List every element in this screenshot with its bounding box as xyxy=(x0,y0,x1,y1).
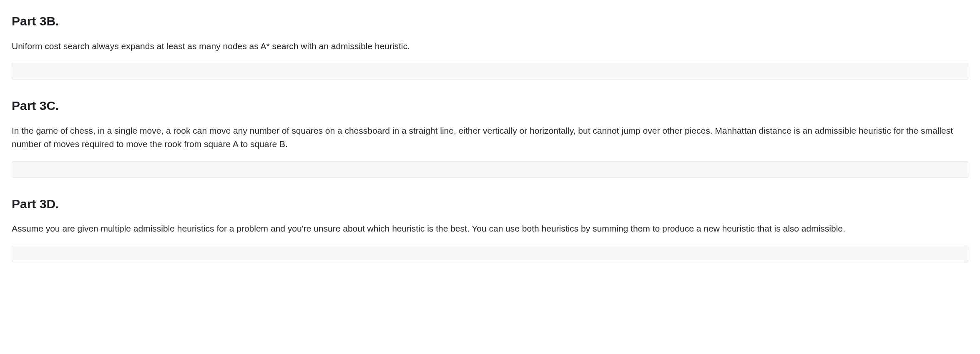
part-3d-answer-box[interactable] xyxy=(12,246,968,262)
part-3d-section: Part 3D. Assume you are given multiple a… xyxy=(12,194,968,262)
part-3b-body: Uniform cost search always expands at le… xyxy=(12,40,968,53)
part-3b-section: Part 3B. Uniform cost search always expa… xyxy=(12,12,968,80)
part-3b-heading: Part 3B. xyxy=(12,12,968,31)
part-3b-answer-box[interactable] xyxy=(12,63,968,80)
part-3c-section: Part 3C. In the game of chess, in a sing… xyxy=(12,96,968,178)
part-3d-heading: Part 3D. xyxy=(12,194,968,214)
part-3d-body: Assume you are given multiple admissible… xyxy=(12,222,968,236)
part-3c-body: In the game of chess, in a single move, … xyxy=(12,124,968,151)
part-3c-answer-box[interactable] xyxy=(12,161,968,178)
part-3c-heading: Part 3C. xyxy=(12,96,968,116)
